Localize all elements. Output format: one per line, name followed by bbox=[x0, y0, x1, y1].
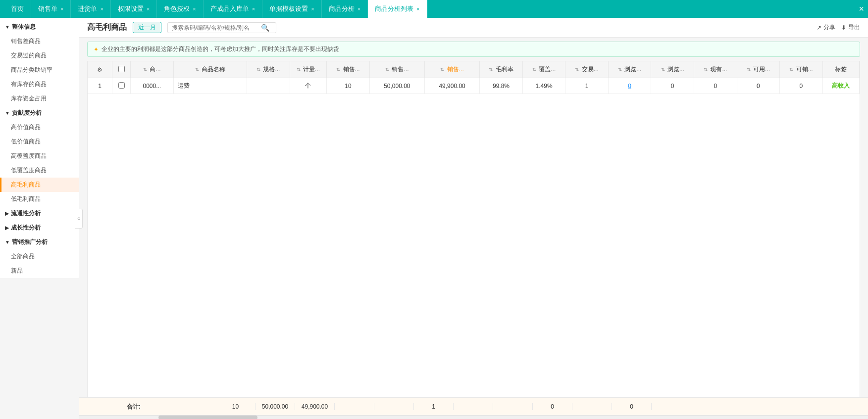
nav-template-settings[interactable]: 单据模板设置 × bbox=[262, 0, 321, 18]
cell-sales-cost: 49,900.00 bbox=[424, 78, 479, 94]
sort-icon-sales-amount: ⇅ bbox=[385, 67, 389, 72]
col-coverage[interactable]: ⇅ 覆盖... bbox=[522, 61, 565, 78]
sidebar-item-all-products[interactable]: 全部商品 bbox=[0, 249, 79, 264]
sort-icon-code: ⇅ bbox=[143, 67, 147, 72]
sidebar-item-high-coverage[interactable]: 高覆盖度商品 bbox=[0, 149, 79, 163]
sidebar-group-growth[interactable]: ▶ 成长性分析 bbox=[0, 221, 79, 235]
share-icon: ↗ bbox=[817, 24, 821, 31]
sort-icon-name: ⇅ bbox=[195, 67, 199, 72]
col-sales-cost[interactable]: ⇅ 销售... bbox=[424, 61, 479, 78]
sidebar-item-low-coverage[interactable]: 低覆盖度商品 bbox=[0, 163, 79, 178]
total-sellable: 0 bbox=[612, 403, 652, 410]
close-all-tabs-icon[interactable]: × bbox=[859, 4, 864, 14]
nav-permission-settings[interactable]: 权限设置 × bbox=[111, 0, 157, 18]
col-tag[interactable]: 标签 bbox=[822, 61, 859, 78]
sort-icon-current-stock: ⇅ bbox=[704, 67, 708, 72]
arrow-overall: ▼ bbox=[5, 24, 10, 30]
sort-icon-available: ⇅ bbox=[747, 67, 751, 72]
cell-code: 0000... bbox=[131, 78, 174, 94]
col-sales-qty[interactable]: ⇅ 销售... bbox=[327, 61, 370, 78]
sidebar-item-low-margin[interactable]: 低毛利商品 bbox=[0, 192, 79, 206]
sidebar-item-high-margin[interactable]: 高毛利商品 bbox=[0, 178, 79, 192]
arrow-marketing: ▼ bbox=[5, 239, 10, 245]
cell-sales-qty: 10 bbox=[327, 78, 370, 94]
close-purchase-order[interactable]: × bbox=[100, 6, 103, 12]
sidebar-item-new-products[interactable]: 新品 bbox=[0, 264, 79, 278]
row-checkbox[interactable] bbox=[118, 82, 125, 89]
header-right-actions: ↗ 分享 ⬇ 导出 bbox=[817, 23, 860, 32]
cell-spec bbox=[247, 78, 290, 94]
export-icon: ⬇ bbox=[841, 24, 846, 31]
share-button[interactable]: ↗ 分享 bbox=[817, 23, 835, 32]
sidebar-group-contribution[interactable]: ▼ 贡献度分析 bbox=[0, 106, 79, 120]
tag-badge: 高收入 bbox=[832, 82, 850, 89]
col-spec[interactable]: ⇅ 规格... bbox=[247, 61, 290, 78]
nav-home[interactable]: 首页 bbox=[4, 0, 31, 18]
close-product-analysis-list[interactable]: × bbox=[416, 6, 419, 12]
search-icon[interactable]: 🔍 bbox=[261, 24, 269, 32]
nav-product-instock[interactable]: 产成品入库单 × bbox=[204, 0, 262, 18]
close-product-instock[interactable]: × bbox=[252, 6, 255, 12]
sidebar-item-low-value[interactable]: 低价值商品 bbox=[0, 135, 79, 149]
total-sales-qty: 10 bbox=[216, 403, 255, 410]
cell-browse1[interactable]: 0 bbox=[608, 78, 651, 94]
sidebar-item-high-value[interactable]: 高价值商品 bbox=[0, 120, 79, 135]
col-available[interactable]: ⇅ 可用... bbox=[737, 61, 780, 78]
col-name[interactable]: ⇅ 商品名称 bbox=[173, 61, 247, 78]
col-sales-amount[interactable]: ⇅ 销售... bbox=[369, 61, 424, 78]
export-button[interactable]: ⬇ 导出 bbox=[841, 23, 860, 32]
close-permission-settings[interactable]: × bbox=[147, 6, 150, 12]
total-empty4 bbox=[493, 403, 533, 410]
nav-role-auth[interactable]: 角色授权 × bbox=[157, 0, 203, 18]
data-table-container: ⚙ ⇅ 商... ⇅ 商品名称 bbox=[87, 61, 860, 397]
sidebar-item-traded[interactable]: 交易过的商品 bbox=[0, 48, 79, 63]
sidebar-item-stock-capital[interactable]: 库存资金占用 bbox=[0, 92, 79, 106]
sidebar-group-overall[interactable]: ▼ 整体信息 bbox=[0, 20, 79, 34]
col-unit[interactable]: ⇅ 计量... bbox=[290, 61, 327, 78]
info-banner: ✦ 企业的主要的利润都是这部分商品创造的，可考虑加大推广，同时关注库存是不要出现… bbox=[87, 42, 860, 57]
nav-sales-order[interactable]: 销售单 × bbox=[31, 0, 71, 18]
col-code[interactable]: ⇅ 商... bbox=[131, 61, 174, 78]
col-checkbox[interactable] bbox=[112, 61, 130, 78]
search-box: 🔍 bbox=[167, 22, 276, 33]
col-browse2[interactable]: ⇅ 浏览... bbox=[651, 61, 694, 78]
sidebar-group-marketing[interactable]: ▼ 营销推广分析 bbox=[0, 235, 79, 249]
sidebar-group-liquidity[interactable]: ▶ 流通性分析 bbox=[0, 206, 79, 221]
filter-last-month-button[interactable]: 近一月 bbox=[133, 22, 161, 33]
cell-sales-amount: 50,000.00 bbox=[369, 78, 424, 94]
cell-index: 1 bbox=[88, 78, 112, 94]
search-input[interactable] bbox=[172, 24, 261, 31]
cell-browse2: 0 bbox=[651, 78, 694, 94]
cell-checkbox[interactable] bbox=[112, 78, 130, 94]
cell-current-stock: 0 bbox=[694, 78, 737, 94]
close-template-settings[interactable]: × bbox=[311, 6, 314, 12]
close-role-auth[interactable]: × bbox=[193, 6, 196, 12]
cell-unit: 个 bbox=[290, 78, 327, 94]
sidebar-item-in-stock[interactable]: 有库存的商品 bbox=[0, 77, 79, 92]
col-transaction[interactable]: ⇅ 交易... bbox=[565, 61, 609, 78]
total-transaction: 1 bbox=[414, 403, 454, 410]
cell-gross-rate: 99.8% bbox=[480, 78, 523, 94]
col-settings[interactable]: ⚙ bbox=[88, 61, 112, 78]
col-browse1[interactable]: ⇅ 浏览... bbox=[608, 61, 651, 78]
sort-icon-sellable: ⇅ bbox=[789, 67, 793, 72]
nav-purchase-order[interactable]: 进货单 × bbox=[71, 0, 110, 18]
col-sellable[interactable]: ⇅ 可销... bbox=[780, 61, 823, 78]
sidebar-item-poor-sales[interactable]: 销售差商品 bbox=[0, 34, 79, 48]
close-product-analysis[interactable]: × bbox=[357, 6, 360, 12]
collapse-sidebar-button[interactable]: « bbox=[75, 209, 83, 229]
col-gross-rate[interactable]: ⇅ 毛利率 bbox=[480, 61, 523, 78]
main-layout: ▼ 整体信息 销售差商品 交易过的商品 商品分类助销率 有库存的商品 库存资金占… bbox=[0, 18, 868, 419]
sidebar-item-category-rate[interactable]: 商品分类助销率 bbox=[0, 63, 79, 77]
close-sales-order[interactable]: × bbox=[60, 6, 63, 12]
arrow-growth: ▶ bbox=[5, 225, 9, 231]
total-sales-cost: 49,900.00 bbox=[295, 403, 335, 410]
nav-product-analysis[interactable]: 商品分析 × bbox=[322, 0, 368, 18]
select-all-checkbox[interactable] bbox=[118, 66, 125, 72]
nav-product-analysis-list[interactable]: 商品分析列表 × bbox=[368, 0, 427, 18]
top-navigation: 首页 销售单 × 进货单 × 权限设置 × 角色授权 × 产成品入库单 × 单据… bbox=[0, 0, 868, 18]
col-current-stock[interactable]: ⇅ 现有... bbox=[694, 61, 737, 78]
horizontal-scrollbar[interactable] bbox=[79, 415, 868, 419]
sort-icon-browse1: ⇅ bbox=[618, 67, 622, 72]
scrollbar-thumb[interactable] bbox=[158, 416, 257, 419]
